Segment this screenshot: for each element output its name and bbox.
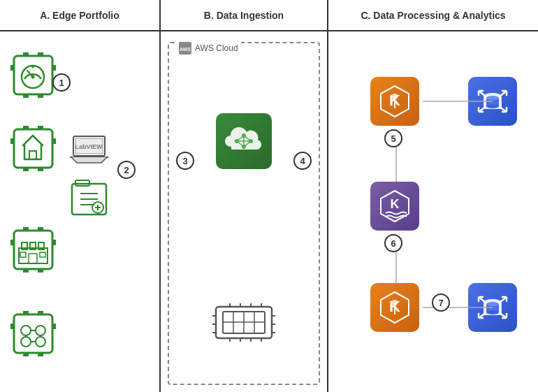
svg-point-9 — [31, 75, 35, 79]
aws-label: AWS AWS Cloud — [176, 42, 241, 55]
svg-rect-38 — [38, 269, 43, 273]
svg-rect-14 — [23, 126, 29, 129]
svg-rect-43 — [29, 254, 37, 263]
svg-rect-12 — [10, 138, 14, 144]
cloud-service-icon — [223, 120, 265, 162]
data-ingestion-panel: AWS AWS Cloud — [161, 31, 328, 392]
section-c-header: C. Data Processing & Analytics — [328, 0, 538, 30]
badge-6: 6 — [384, 234, 402, 252]
device-chip-icon — [212, 303, 275, 342]
aws-cloud-boundary: AWS AWS Cloud — [168, 42, 320, 385]
svg-text:K: K — [391, 197, 400, 211]
svg-point-54 — [36, 326, 45, 335]
svg-rect-17 — [38, 168, 43, 171]
greenbox-icon — [70, 178, 108, 220]
svg-rect-48 — [52, 324, 56, 329]
kinesis-stream-icon: K — [370, 182, 419, 231]
svg-rect-36 — [38, 227, 43, 231]
svg-rect-2 — [52, 65, 56, 71]
kafka-service-icon-2: K — [377, 290, 412, 325]
svg-point-136 — [486, 310, 499, 314]
svg-rect-46 — [14, 314, 52, 353]
svg-rect-44 — [20, 252, 26, 257]
svg-rect-33 — [10, 240, 14, 245]
processor-icon — [212, 303, 275, 342]
svg-rect-34 — [52, 240, 56, 245]
svg-rect-1 — [10, 65, 14, 71]
kafka-icon-top: K — [370, 77, 419, 126]
factory-chip-icon — [10, 227, 56, 273]
section-c-label: C. Data Processing & Analytics — [361, 10, 505, 21]
badge-1: 1 — [52, 73, 71, 92]
section-b-header: B. Data Ingestion — [161, 0, 328, 30]
svg-rect-37 — [23, 269, 29, 273]
section-b-label: B. Data Ingestion — [204, 10, 284, 21]
main-content: ● 1 — [0, 31, 538, 392]
svg-rect-47 — [10, 324, 14, 329]
edge-portfolio-panel: ● 1 — [0, 31, 161, 392]
svg-rect-13 — [52, 138, 56, 144]
svg-text:●: ● — [31, 64, 35, 70]
badge-3: 3 — [176, 152, 194, 170]
kinesis-icon-bottom — [468, 283, 517, 332]
svg-rect-35 — [23, 227, 29, 231]
aws-icon: AWS — [179, 42, 191, 55]
kinesis-service-icon-2 — [475, 290, 510, 325]
kinesis-icon-top — [468, 77, 517, 126]
svg-rect-15 — [38, 126, 43, 129]
badge-2: 2 — [117, 161, 136, 179]
svg-point-55 — [21, 337, 31, 347]
svg-rect-4 — [38, 52, 43, 56]
laptop-icon: LabVIEW — [70, 135, 108, 164]
section-a-header: A. Edge Portfolio — [0, 0, 161, 30]
badge-4: 4 — [293, 152, 312, 170]
svg-text:AWS: AWS — [180, 47, 191, 52]
data-processing-panel: K 5 — [328, 31, 538, 392]
svg-point-135 — [486, 302, 499, 306]
svg-rect-16 — [23, 168, 29, 171]
svg-rect-50 — [38, 311, 43, 314]
svg-marker-18 — [23, 136, 43, 159]
svg-point-112 — [486, 96, 499, 100]
kinesis-service-icon — [475, 84, 510, 119]
svg-rect-51 — [23, 353, 29, 356]
badge-7: 7 — [432, 293, 450, 312]
svg-rect-52 — [38, 353, 43, 356]
svg-rect-6 — [38, 94, 43, 98]
house-chip-icon — [10, 126, 56, 171]
kinesis-stream-service-icon: K — [377, 189, 412, 224]
svg-point-53 — [21, 326, 31, 335]
badge-5: 5 — [384, 129, 402, 147]
svg-rect-5 — [23, 94, 29, 98]
svg-rect-3 — [23, 52, 29, 56]
svg-rect-45 — [40, 252, 45, 257]
section-a-label: A. Edge Portfolio — [40, 10, 119, 21]
circuit-icon — [10, 311, 56, 356]
aws-cloud-service-icon — [216, 113, 272, 169]
svg-rect-49 — [23, 311, 29, 314]
svg-point-56 — [36, 337, 45, 347]
svg-point-113 — [486, 104, 499, 108]
kafka-icon-bottom: K — [370, 283, 419, 332]
svg-text:LabVIEW: LabVIEW — [75, 143, 103, 150]
gauge-chip-icon: ● — [10, 52, 56, 98]
svg-rect-19 — [29, 151, 36, 159]
kafka-service-icon: K — [377, 84, 412, 119]
svg-rect-39 — [19, 248, 48, 263]
page-header: A. Edge Portfolio B. Data Ingestion C. D… — [0, 0, 538, 31]
